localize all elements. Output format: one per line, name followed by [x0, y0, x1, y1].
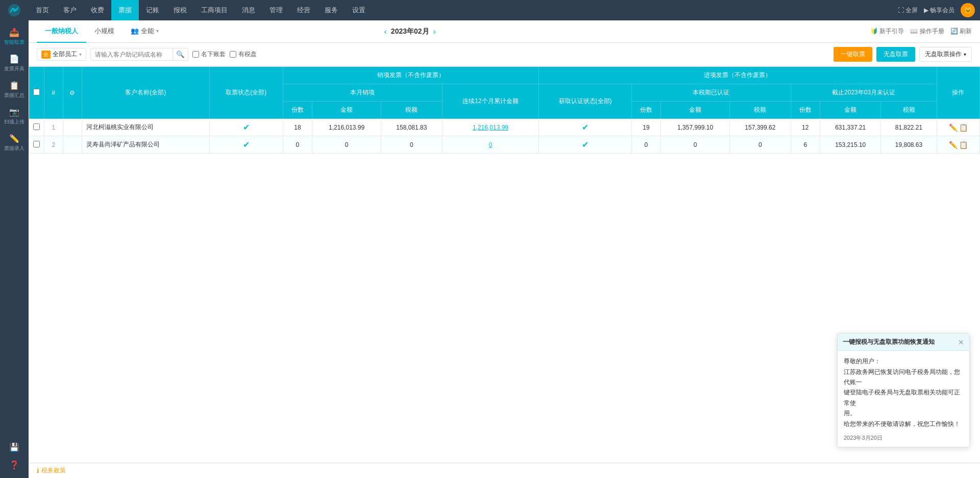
row-copy-btn-0[interactable]: 📋	[959, 123, 968, 132]
nav-item-fee[interactable]: 收费	[84, 0, 111, 20]
col-this-period-count: 份数	[631, 102, 660, 119]
more-operations-btn[interactable]: 无盘取票操作 ▾	[919, 47, 972, 62]
row-actions-1: ✏️ 📋	[937, 136, 979, 154]
col-this-month-amount: 金额	[312, 102, 381, 119]
col-sales-group-header: 销项发票（不含作废票）	[283, 67, 539, 84]
sidebar: 📥 智能取票 📄 发票开具 📋 票据汇总 📷 扫描上传 ✏️ 票据录入 💾 ❓	[0, 20, 29, 478]
smart-fetch-icon: 📥	[9, 28, 19, 37]
filter-bar: 全 全部员工 ▾ 🔍 名下账套 有税盘 一键取票 无盘取票	[29, 43, 980, 66]
row-this-month-tax-0: 158,081.83	[381, 119, 442, 136]
col-sales-status-header: 取票状态(全部)	[209, 67, 283, 119]
filter-has-disk[interactable]: 有税盘	[230, 50, 257, 59]
staff-select[interactable]: 全 全部员工 ▾	[37, 48, 86, 61]
select-all-checkbox[interactable]	[33, 89, 40, 95]
sidebar-item-download[interactable]: 💾	[2, 439, 27, 455]
filter-actions: 一键取票 无盘取票 无盘取票操作 ▾	[834, 47, 972, 62]
period-next-btn[interactable]: ›	[433, 27, 436, 36]
nav-item-business[interactable]: 工商项目	[194, 0, 235, 20]
row-to-march-amount-1: 153,215.10	[820, 136, 880, 154]
row-actions-0: ✏️ 📋	[937, 119, 979, 136]
row-checkbox-1[interactable]	[29, 136, 44, 154]
col-this-month-tax: 税额	[381, 102, 442, 119]
sidebar-item-help[interactable]: ❓	[2, 457, 27, 473]
refresh-btn[interactable]: 🔄 刷新	[950, 27, 972, 36]
sidebar-item-smart-fetch[interactable]: 📥 智能取票	[2, 24, 27, 49]
row-12month-0: 1,216,013.99	[442, 119, 539, 136]
tab-all[interactable]: 👥 全能 ▾	[122, 20, 167, 43]
sidebar-item-invoice-summary[interactable]: 📋 票据汇总	[2, 78, 27, 102]
settings-icon[interactable]: ⚙	[69, 89, 75, 96]
col-to-march-tax: 税额	[881, 102, 937, 119]
filter-own-account[interactable]: 名下账套	[192, 50, 226, 59]
sidebar-item-scan[interactable]: 📷 扫描上传	[2, 104, 27, 129]
table-row: 2 灵寿县尚泽矿产品有限公司 ✔ 0 0 0 0 ✔ 0 0 0 6 153,2…	[29, 136, 980, 154]
refresh-icon: 🔄	[950, 28, 958, 35]
member-btn[interactable]: ▶ 畅享会员	[924, 6, 954, 15]
invoice-open-icon: 📄	[9, 54, 19, 64]
col-to-march-header: 截止2023年03月未认证	[791, 84, 937, 102]
more-chevron-icon: ▾	[964, 52, 966, 57]
layout: 📥 智能取票 📄 发票开具 📋 票据汇总 📷 扫描上传 ✏️ 票据录入 💾 ❓	[0, 20, 980, 478]
nav-item-operation[interactable]: 经营	[290, 0, 317, 20]
nav-item-message[interactable]: 消息	[235, 0, 262, 20]
nav-item-settings[interactable]: 设置	[345, 0, 373, 20]
invoice-summary-icon: 📋	[9, 81, 19, 90]
auth-status-icon-1: ✔	[582, 140, 589, 149]
col-auth-status-header: 获取认证状态(全部)	[539, 84, 631, 119]
nav-item-manage[interactable]: 管理	[262, 0, 290, 20]
sales-status-icon-1: ✔	[243, 140, 250, 149]
has-disk-checkbox[interactable]	[230, 51, 236, 58]
tax-policy-link[interactable]: ℹ 税务政策	[37, 466, 66, 475]
notif-close-btn[interactable]: ✕	[958, 338, 964, 346]
period-nav: ‹ 2023年02月 ›	[384, 27, 436, 36]
col-this-month-header: 本月销项	[283, 84, 442, 102]
row-edit-btn-0[interactable]: ✏️	[949, 123, 958, 132]
row-edit-btn-1[interactable]: ✏️	[949, 141, 958, 149]
col-this-period-amount: 金额	[661, 102, 730, 119]
row-copy-btn-1[interactable]: 📋	[959, 141, 968, 149]
row-checkbox-0[interactable]	[29, 119, 44, 136]
row-client-1[interactable]: 灵寿县尚泽矿产品有限公司	[82, 136, 209, 154]
row-auth-status-0: ✔	[539, 119, 631, 136]
row-to-march-tax-1: 19,808.63	[881, 136, 937, 154]
search-box: 🔍	[90, 48, 188, 61]
own-account-checkbox[interactable]	[192, 51, 199, 58]
search-input[interactable]	[91, 49, 173, 60]
avatar[interactable]: 🐱	[961, 3, 975, 17]
one-click-fetch-btn[interactable]: 一键取票	[834, 47, 872, 62]
new-guide-btn[interactable]: 🔰 新手引导	[870, 27, 904, 36]
tab-bar-right: 🔰 新手引导 📖 操作手册 🔄 刷新	[870, 27, 972, 36]
row-client-0[interactable]: 河北柯滋桃实业有限公司	[82, 119, 209, 136]
help-icon: ❓	[9, 460, 19, 470]
row-to-march-count-1: 6	[791, 136, 820, 154]
row-to-march-count-0: 12	[791, 119, 820, 136]
fullscreen-btn[interactable]: ⛶ 全屏	[898, 6, 918, 15]
sidebar-item-invoice-open[interactable]: 📄 发票开具	[2, 51, 27, 76]
nav-right: ⛶ 全屏 ▶ 畅享会员 🐱	[898, 3, 975, 17]
row-this-month-tax-1: 0	[381, 136, 442, 154]
download-icon: 💾	[9, 442, 19, 452]
sidebar-item-entry[interactable]: ✏️ 票据录入	[2, 131, 27, 155]
row-this-period-count-0: 19	[631, 119, 660, 136]
row-auth-status-1: ✔	[539, 136, 631, 154]
nav-item-service[interactable]: 服务	[317, 0, 345, 20]
row-settings-0	[63, 119, 82, 136]
row-this-period-tax-1: 0	[730, 136, 791, 154]
tab-general-taxpayer[interactable]: 一般纳税人	[37, 20, 86, 43]
guide-icon: 🔰	[870, 28, 878, 35]
no-disk-fetch-btn[interactable]: 无盘取票	[876, 47, 915, 62]
nav-item-home[interactable]: 首页	[29, 0, 56, 20]
nav-item-tax[interactable]: 报税	[166, 0, 194, 20]
nav-item-invoice[interactable]: 票据	[111, 0, 139, 20]
period-prev-btn[interactable]: ‹	[384, 27, 387, 36]
nav-item-account[interactable]: 记账	[139, 0, 166, 20]
manual-btn[interactable]: 📖 操作手册	[910, 27, 944, 36]
search-button[interactable]: 🔍	[173, 48, 188, 60]
info-icon: ℹ	[37, 467, 39, 474]
tab-small-scale[interactable]: 小规模	[86, 20, 122, 43]
nav-item-client[interactable]: 客户	[56, 0, 84, 20]
row-no-1: 2	[44, 136, 63, 154]
main-table: # ⚙ 客户名称(全部) 取票状态(全部) 销项发票（不含作废票） 进项发票（不…	[29, 66, 980, 154]
bottom-bar: ℹ 税务政策	[29, 463, 980, 478]
row-settings-1	[63, 136, 82, 154]
